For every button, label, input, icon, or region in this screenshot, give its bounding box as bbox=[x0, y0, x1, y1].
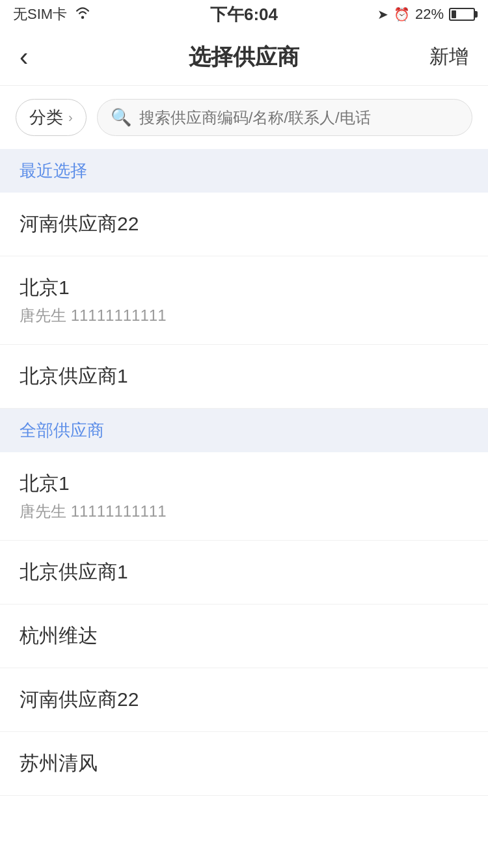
list-item[interactable]: 北京1 唐先生 11111111111 bbox=[0, 256, 488, 345]
item-name: 河南供应商22 bbox=[20, 211, 468, 237]
search-box[interactable]: 🔍 bbox=[97, 99, 472, 136]
recent-list: 河南供应商22 北京1 唐先生 11111111111 北京供应商1 bbox=[0, 193, 488, 409]
list-item[interactable]: 北京供应商1 bbox=[0, 541, 488, 604]
wifi-icon bbox=[74, 6, 92, 23]
battery-percentage: 22% bbox=[415, 6, 444, 23]
status-right: ➤ ⏰ 22% bbox=[377, 6, 475, 23]
category-label: 分类 bbox=[29, 106, 63, 129]
alarm-icon: ⏰ bbox=[394, 7, 410, 22]
chevron-right-icon: › bbox=[68, 110, 73, 125]
list-item[interactable]: 北京供应商1 bbox=[0, 345, 488, 409]
list-item[interactable]: 苏州清风 bbox=[0, 732, 488, 796]
location-icon: ➤ bbox=[377, 7, 388, 22]
carrier-text: 无SIM卡 bbox=[13, 5, 67, 24]
nav-bar: ‹ 选择供应商 新增 bbox=[0, 29, 488, 86]
item-contact: 唐先生 11111111111 bbox=[20, 501, 468, 522]
item-name: 苏州清风 bbox=[20, 750, 468, 777]
search-input[interactable] bbox=[139, 109, 459, 127]
filter-bar: 分类 › 🔍 bbox=[0, 86, 488, 149]
add-button[interactable]: 新增 bbox=[429, 44, 468, 70]
item-name: 北京供应商1 bbox=[20, 559, 468, 586]
status-bar: 无SIM卡 下午6:04 ➤ ⏰ 22% bbox=[0, 0, 488, 29]
all-list: 北京1 唐先生 11111111111 北京供应商1 杭州维达 河南供应商22 … bbox=[0, 452, 488, 796]
all-section-header: 全部供应商 bbox=[0, 409, 488, 452]
item-contact: 唐先生 11111111111 bbox=[20, 305, 468, 326]
category-filter[interactable]: 分类 › bbox=[16, 99, 87, 136]
list-item[interactable]: 河南供应商22 bbox=[0, 193, 488, 256]
item-name: 杭州维达 bbox=[20, 623, 468, 649]
list-item[interactable]: 河南供应商22 bbox=[0, 668, 488, 732]
back-button[interactable]: ‹ bbox=[20, 42, 59, 72]
item-name: 河南供应商22 bbox=[20, 686, 468, 713]
item-name: 北京供应商1 bbox=[20, 363, 468, 390]
battery-icon bbox=[449, 8, 475, 21]
status-left: 无SIM卡 bbox=[13, 5, 92, 24]
item-name: 北京1 bbox=[20, 470, 468, 497]
status-time: 下午6:04 bbox=[210, 3, 278, 26]
page-title: 选择供应商 bbox=[189, 42, 299, 72]
recent-section-header: 最近选择 bbox=[0, 149, 488, 193]
search-icon: 🔍 bbox=[111, 107, 131, 128]
item-name: 北京1 bbox=[20, 275, 468, 301]
list-item[interactable]: 北京1 唐先生 11111111111 bbox=[0, 452, 488, 541]
list-item[interactable]: 杭州维达 bbox=[0, 604, 488, 668]
